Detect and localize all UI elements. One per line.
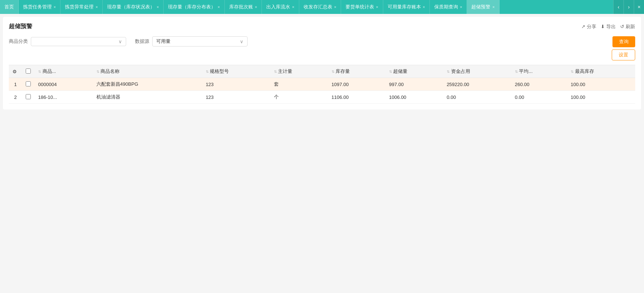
topnav-tab-2[interactable]: 拣货异常处理× — [61, 0, 102, 14]
cell-avg: 260.00 — [511, 78, 567, 91]
topnav-tab-close-2[interactable]: × — [95, 5, 98, 9]
category-label: 商品分类 — [9, 38, 28, 45]
cell-product-name: 六配套新昌490BPG — [93, 78, 202, 91]
sort-icon: ⇅ — [38, 70, 41, 74]
col-avg[interactable]: ⇅ 平均... — [511, 65, 567, 78]
row-checkbox — [22, 78, 34, 91]
topnav-tab-6[interactable]: 出入库流水× — [262, 0, 299, 14]
row-index: 1 — [9, 78, 22, 91]
col-capital[interactable]: ⇅ 资金占用 — [443, 65, 511, 78]
cell-avg: 0.00 — [511, 91, 567, 104]
data-table: ⚙ ⇅ 商品... ⇅ 商品名称 ⇅ 规格型号 ⇅ — [9, 65, 635, 104]
checkbox-header[interactable] — [22, 65, 34, 78]
table-header-row: ⚙ ⇅ 商品... ⇅ 商品名称 ⇅ 规格型号 ⇅ — [9, 65, 635, 78]
row-index: 2 — [9, 91, 22, 104]
col-over-stock[interactable]: ⇅ 超储量 — [385, 65, 443, 78]
topnav-tab-label-5: 库存批次账 — [229, 4, 253, 10]
refresh-action[interactable]: ↺ 刷新 — [620, 23, 635, 30]
topnav-tab-close-3[interactable]: × — [157, 5, 159, 9]
share-icon: ↗ — [581, 24, 585, 29]
col-product-code[interactable]: ⇅ 商品... — [34, 65, 93, 78]
cell-unit: 套 — [270, 78, 328, 91]
gear-header[interactable]: ⚙ — [9, 65, 22, 78]
cell-capital: 0.00 — [443, 91, 511, 104]
topnav-tab-close-1[interactable]: × — [54, 5, 56, 9]
datasource-value: 可用量 — [156, 38, 171, 45]
topnav-tab-label-4: 现存量（库存分布表） — [168, 4, 216, 10]
topnav-tab-5[interactable]: 库存批次账× — [225, 0, 262, 14]
topnav-tab-label-0: 首页 — [4, 4, 14, 10]
table-row: 10000004六配套新昌490BPG123套1097.00997.002592… — [9, 78, 635, 91]
refresh-label: 刷新 — [626, 23, 635, 30]
row-checkbox-0[interactable] — [26, 81, 31, 86]
datasource-arrow-icon: ∨ — [240, 39, 244, 44]
col-spec[interactable]: ⇅ 规格型号 — [202, 65, 270, 78]
datasource-label: 数据源 — [135, 38, 149, 45]
title-actions: ↗ 分享 ⬇ 导出 ↺ 刷新 — [581, 23, 635, 30]
table-row: 2186-10...机油滤清器123个1106.001006.000.000.0… — [9, 91, 635, 104]
query-button[interactable]: 查询 — [612, 36, 635, 47]
cell-max-stock: 100.00 — [567, 91, 635, 104]
topnav-tab-label-10: 保质期查询 — [434, 4, 458, 10]
cell-capital: 259220.00 — [443, 78, 511, 91]
share-label: 分享 — [587, 23, 596, 30]
datasource-select[interactable]: 可用量 ∨ — [152, 36, 248, 47]
topnav-tab-close-6[interactable]: × — [292, 5, 294, 9]
topnav-tab-3[interactable]: 现存量（库存状况表）× — [103, 0, 164, 14]
gear-icon: ⚙ — [12, 69, 17, 74]
category-arrow-icon: ∨ — [118, 39, 122, 44]
topnav-tab-8[interactable]: 要货单统计表× — [341, 0, 383, 14]
topnav-tab-11[interactable]: 超储预警× — [467, 0, 499, 14]
topnav-tab-label-2: 拣货异常处理 — [65, 4, 94, 10]
cell-stock: 1106.00 — [328, 91, 385, 104]
topnav-tab-4[interactable]: 现存量（库存分布表）× — [164, 0, 224, 14]
topnav-tab-label-9: 可用量库存账本 — [388, 4, 421, 10]
select-all-checkbox[interactable] — [26, 68, 31, 74]
col-product-name[interactable]: ⇅ 商品名称 — [93, 65, 202, 78]
refresh-icon: ↺ — [620, 24, 624, 29]
cell-spec: 123 — [202, 91, 270, 104]
cell-stock: 1097.00 — [328, 78, 385, 91]
col-max-stock[interactable]: ⇅ 最高库存 — [567, 65, 635, 78]
cell-over-stock: 1006.00 — [385, 91, 443, 104]
topnav-tab-close-4[interactable]: × — [217, 5, 220, 9]
topnav-tab-close-9[interactable]: × — [423, 5, 425, 9]
sort-icon-unit: ⇅ — [274, 70, 277, 74]
main-content: 超储预警 ↗ 分享 ⬇ 导出 ↺ 刷新 商品分类 ∨ — [3, 17, 641, 110]
sort-icon-avg: ⇅ — [515, 70, 518, 74]
topnav-tab-label-3: 现存量（库存状况表） — [107, 4, 155, 10]
export-action[interactable]: ⬇ 导出 — [601, 23, 616, 30]
topnav-tab-close-10[interactable]: × — [460, 5, 462, 9]
col-stock[interactable]: ⇅ 库存量 — [328, 65, 385, 78]
nav-right-arrow[interactable]: › — [623, 0, 634, 14]
page-title-bar: 超储预警 ↗ 分享 ⬇ 导出 ↺ 刷新 — [9, 23, 635, 30]
share-action[interactable]: ↗ 分享 — [581, 23, 596, 30]
topnav-tab-close-7[interactable]: × — [334, 5, 336, 9]
topnav-tab-9[interactable]: 可用量库存账本× — [383, 0, 430, 14]
sort-icon-max: ⇅ — [571, 70, 574, 74]
topnav-tab-close-11[interactable]: × — [492, 5, 494, 9]
sort-icon-over: ⇅ — [389, 70, 392, 74]
topnav-tab-close-8[interactable]: × — [376, 5, 378, 9]
export-label: 导出 — [606, 23, 616, 30]
topnav-tab-10[interactable]: 保质期查询× — [430, 0, 467, 14]
topnav-tab-0[interactable]: 首页 — [0, 0, 19, 14]
category-select[interactable]: ∨ — [31, 37, 126, 46]
row-checkbox — [22, 91, 34, 104]
cell-product-name: 机油滤清器 — [93, 91, 202, 104]
col-unit[interactable]: ⇅ 主计量 — [270, 65, 328, 78]
topnav-tab-1[interactable]: 拣货任务管理× — [19, 0, 61, 14]
filter-actions: 查询 设置 — [612, 36, 635, 60]
topnav-tab-close-5[interactable]: × — [255, 5, 257, 9]
settings-button[interactable]: 设置 — [612, 49, 635, 60]
sort-icon-name: ⇅ — [96, 70, 99, 74]
nav-close-arrow[interactable]: × — [634, 0, 644, 14]
topnav-tab-7[interactable]: 收发存汇总表× — [299, 0, 341, 14]
cell-spec: 123 — [202, 78, 270, 91]
export-icon: ⬇ — [601, 24, 605, 29]
cell-max-stock: 100.00 — [567, 78, 635, 91]
sort-icon-spec: ⇅ — [206, 70, 209, 74]
topnav-tab-label-1: 拣货任务管理 — [23, 4, 52, 10]
nav-left-arrow[interactable]: ‹ — [613, 0, 623, 14]
row-checkbox-1[interactable] — [26, 94, 31, 99]
